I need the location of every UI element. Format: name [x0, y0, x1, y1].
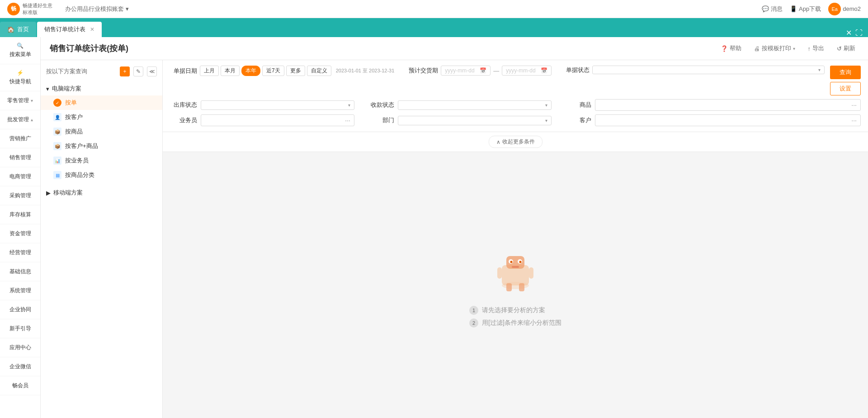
content-area: 销售订单统计表(按单) ❓ 帮助 🖨 按模板打印 ▾ ↑ 导出 ↺ 刷新: [41, 37, 868, 418]
sidebar-item-wholesale[interactable]: 批发管理 ▴: [0, 110, 40, 129]
sidebar-item-operations[interactable]: 经营管理: [0, 243, 40, 262]
quick-nav-icon: ⚡: [17, 70, 24, 76]
scheme-item-by-category[interactable]: ▦ 按商品分类: [41, 168, 162, 182]
scheme-item-by-customer-product[interactable]: 📦 按客户+商品: [41, 139, 162, 153]
search-icon: 🔍: [17, 43, 24, 49]
close-window-icon[interactable]: ✕: [846, 28, 852, 37]
sidebar-item-system[interactable]: 系统管理: [0, 281, 40, 300]
chevron-down-icon: ▾: [348, 103, 350, 108]
scheme-item-by-order[interactable]: ✓ 按单: [41, 95, 162, 110]
svg-rect-8: [497, 267, 502, 279]
message-btn[interactable]: 💬 消息: [762, 5, 783, 13]
sidebar-item-purchase[interactable]: 采购管理: [0, 186, 40, 205]
export-btn[interactable]: ↑ 导出: [804, 43, 828, 54]
salesperson-select[interactable]: ···: [201, 114, 354, 126]
sidebar-item-retail[interactable]: 零售管理 ▾: [0, 91, 40, 110]
maximize-icon[interactable]: ⛶: [855, 29, 863, 37]
product-select[interactable]: ···: [595, 99, 861, 111]
svg-rect-10: [506, 283, 512, 291]
app-download-btn[interactable]: 📱 App下载: [790, 5, 821, 13]
scheme-icon-chart: 📊: [53, 157, 61, 165]
scheme-item-by-customer[interactable]: 👤 按客户: [41, 110, 162, 124]
calendar-icon: 📅: [541, 67, 547, 74]
delivery-status-select[interactable]: ▾: [201, 100, 354, 110]
sidebar-item-enterprise[interactable]: 企业协同: [0, 300, 40, 319]
tab-order-stats[interactable]: 销售订单统计表 ✕: [37, 22, 102, 37]
sidebar-item-search[interactable]: 🔍 搜索菜单: [0, 37, 40, 64]
chevron-right-icon: ▶: [46, 190, 51, 196]
more-icon: ···: [851, 101, 857, 109]
filter-row-1: 单据日期 上月 本月 本年 近7天 更多 自定义 2023-01-01 至 20…: [170, 66, 861, 95]
sidebar-item-inventory[interactable]: 库存核算: [0, 205, 40, 224]
collapse-panel-btn[interactable]: ≪: [147, 66, 157, 76]
scheme-item-by-salesperson[interactable]: 📊 按业务员: [41, 153, 162, 168]
scheme-group-mobile: ▶ 移动端方案: [41, 184, 162, 201]
add-scheme-btn[interactable]: +: [120, 66, 130, 76]
sidebar-item-ecommerce[interactable]: 电商管理: [0, 167, 40, 186]
tab-close-icon[interactable]: ✕: [90, 26, 94, 33]
action-buttons: 查询 设置: [830, 66, 861, 95]
expected-date-to[interactable]: yyyy-mm-dd 📅: [502, 66, 552, 76]
tab-home[interactable]: 🏠 首页: [0, 22, 36, 37]
more-btn[interactable]: 更多: [286, 66, 305, 76]
order-status-section: 单据状态 ▾: [566, 66, 825, 74]
filter-row-3: 业务员 ··· 部门 ▾ 客户 ···: [170, 114, 861, 126]
last7-btn[interactable]: 近7天: [262, 66, 284, 76]
logo-icon: 畅: [7, 3, 20, 15]
top-bar-left: 畅 畅捷通好生意 标准版 办公用品行业模拟账套 ▾: [7, 2, 129, 15]
calendar-icon: 📅: [480, 67, 486, 74]
logo-text: 畅捷通好生意 标准版: [23, 2, 52, 15]
date-section: 单据日期 上月 本月 本年 近7天 更多 自定义 2023-01-01 至 20…: [170, 66, 394, 76]
right-area: 单据日期 上月 本月 本年 近7天 更多 自定义 2023-01-01 至 20…: [163, 60, 868, 418]
edit-scheme-btn[interactable]: ✎: [133, 66, 143, 76]
tab-bar-right: ✕ ⛶: [840, 28, 868, 37]
workspace-selector[interactable]: 办公用品行业模拟账套 ▾: [65, 5, 129, 13]
expected-date-from[interactable]: yyyy-mm-dd 📅: [441, 66, 491, 76]
payment-status-select[interactable]: ▾: [398, 100, 552, 110]
sidebar-item-newbie[interactable]: 新手引导: [0, 319, 40, 338]
sidebar-item-marketing[interactable]: 营销推广: [0, 129, 40, 148]
app-icon: 📱: [790, 5, 797, 12]
prev-month-btn[interactable]: 上月: [200, 66, 219, 76]
refresh-icon: ↺: [837, 45, 842, 52]
empty-hint-1: 1 请先选择要分析的方案: [469, 306, 561, 315]
template-print-btn[interactable]: 🖨 按模板打印 ▾: [750, 43, 799, 54]
collapse-conditions-btn[interactable]: ∧ 收起更多条件: [489, 136, 542, 148]
order-status-select[interactable]: ▾: [592, 66, 825, 74]
scheme-group-mobile-title[interactable]: ▶ 移动端方案: [41, 186, 162, 200]
sidebar-item-sales[interactable]: 销售管理: [0, 148, 40, 167]
tab-bar: 🏠 首页 销售订单统计表 ✕ ✕ ⛶: [0, 18, 868, 37]
avatar: Ea: [828, 3, 841, 15]
date-quick-buttons: 上月 本月 本年 近7天 更多 自定义: [200, 66, 331, 76]
sidebar-item-quick-nav[interactable]: ⚡ 快捷导航: [0, 64, 40, 91]
svg-point-6: [519, 261, 522, 263]
settings-button[interactable]: 设置: [830, 82, 861, 95]
sidebar-item-basic[interactable]: 基础信息: [0, 262, 40, 281]
customer-select[interactable]: ···: [595, 114, 861, 126]
help-btn[interactable]: ❓ 帮助: [717, 43, 745, 54]
this-month-btn[interactable]: 本月: [221, 66, 240, 76]
left-panel-icons: + ✎ ≪: [120, 66, 157, 76]
sidebar-item-corp-wechat[interactable]: 企业微信: [0, 357, 40, 376]
sidebar-item-member[interactable]: 畅会员: [0, 376, 40, 395]
this-year-btn[interactable]: 本年: [241, 66, 260, 76]
hint-number-2: 2: [469, 318, 478, 328]
scheme-item-by-product[interactable]: 📦 按商品: [41, 124, 162, 139]
sidebar-item-app-center[interactable]: 应用中心: [0, 338, 40, 357]
more-icon: ···: [851, 117, 857, 124]
query-button[interactable]: 查询: [830, 66, 861, 79]
scheme-icon-sq: 📦: [53, 128, 61, 136]
svg-rect-7: [512, 266, 519, 268]
filter-container: 按以下方案查询 + ✎ ≪ ▾ 电脑端方案 ✓ 按单: [41, 60, 868, 418]
page-title: 销售订单统计表(按单): [50, 43, 128, 54]
scheme-group-desktop: ▾ 电脑端方案 ✓ 按单 👤 按客户 📦 按商品: [41, 80, 162, 184]
export-icon: ↑: [808, 45, 811, 52]
scheme-group-desktop-title[interactable]: ▾ 电脑端方案: [41, 82, 162, 95]
refresh-btn[interactable]: ↺ 刷新: [833, 43, 859, 54]
svg-point-5: [510, 261, 513, 263]
user-menu[interactable]: Ea demo2: [828, 3, 861, 15]
sidebar-item-finance[interactable]: 资金管理: [0, 224, 40, 243]
department-select[interactable]: ▾: [398, 116, 552, 125]
chevron-down-icon: ▾: [31, 98, 33, 103]
custom-btn[interactable]: 自定义: [307, 66, 331, 76]
